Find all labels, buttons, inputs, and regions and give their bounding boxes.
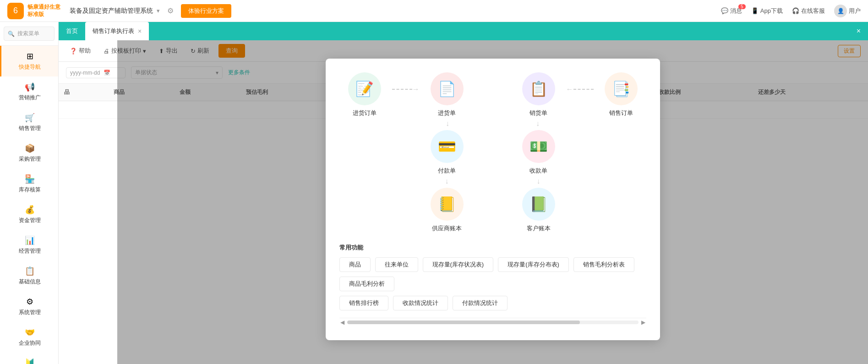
print-icon: 🖨 [104,48,109,54]
func-buttons-row-2: 销售排行榜 收款情况统计 付款情况统计 [339,296,646,310]
func-btn-counterpart[interactable]: 往来单位 [375,257,418,272]
message-button[interactable]: 💬 消息 5 [721,7,742,15]
flow-row-1: 📝 进货订单 → [337,72,649,117]
basic-info-icon: 📋 [25,266,35,276]
supplier-ledger-icon: 📒 [431,188,464,221]
sidebar-item-purchase[interactable]: 📦 采购管理 [0,138,58,168]
user-button[interactable]: 👤 用户 [834,5,861,17]
sidebar-item-operation[interactable]: 📊 经营管理 [0,230,58,261]
modal-overlay[interactable]: 📝 进货订单 → [117,40,868,364]
func-btn-sales-rank[interactable]: 销售排行榜 [339,296,388,310]
scroll-left-icon[interactable]: ◀ [339,318,345,326]
flow-node-supplier-ledger[interactable]: 📒 供应商账本 [420,188,475,233]
scroll-thumb [347,321,580,324]
tabs-bar: 首页 销售订单执行表 × × [59,22,868,40]
sidebar-item-sales[interactable]: 🛒 销售管理 [0,107,58,138]
purchase-bill-icon: 📄 [431,72,464,105]
sidebar-search-button[interactable]: 🔍 搜索菜单 [4,27,55,41]
purchase-order-icon: 📝 [348,72,381,105]
avatar: 👤 [834,5,847,17]
help-button[interactable]: ❓ 帮助 [66,45,94,57]
col-item: 品 [59,84,108,101]
inventory-icon: 🏪 [25,174,35,184]
flow-diagram: 📝 进货订单 → [339,72,646,233]
flow-node-sales-bill[interactable]: 📋 销货单 [511,72,566,117]
payment-icon: 💳 [431,130,464,163]
modal-box: 📝 进货订单 → [326,59,660,340]
quick-nav-icon: ⊞ [27,51,33,61]
service-button[interactable]: 🎧 在线客服 [792,7,825,15]
sidebar-item-finance[interactable]: 💰 资金管理 [0,199,58,230]
sidebar-search-area: 🔍 搜索菜单 [0,22,58,46]
sales-bill-icon: 📋 [522,72,555,105]
message-icon: 💬 [721,7,728,14]
common-functions-title: 常用功能 [339,244,646,252]
arrow-purchase-order-to-bill: → [392,85,420,93]
tab-sales-order[interactable]: 销售订单执行表 × [85,22,149,40]
down-arrow-purchase: ↓ [420,117,475,130]
customer-ledger-icon: 📗 [522,188,555,221]
system-icon: ⚙ [26,297,33,307]
flow-node-purchase-bill[interactable]: 📄 进货单 [420,72,475,117]
flow-node-receipt[interactable]: 💵 收款单 [511,130,566,175]
func-btn-receipt-stats[interactable]: 收款情况统计 [393,296,448,310]
headset-icon: 🎧 [792,7,799,14]
receipt-icon: 💵 [522,130,555,163]
logo-text: 畅康通好生意 标准版 [27,4,60,18]
tab-home[interactable]: 首页 [59,22,85,40]
sidebar-item-collab[interactable]: 🤝 企业协同 [0,322,58,353]
flow-row-3: 📒 供应商账本 📗 客户账本 [337,188,649,233]
calendar-icon: 📅 [104,70,110,76]
scroll-right-icon[interactable]: ▶ [640,318,646,326]
guide-icon: 🔰 [25,358,35,364]
down-arrow-payment: ↓ [420,175,475,188]
system-title: 装备及固定资产辅助管理系统 [70,7,153,15]
dropdown-arrow-icon[interactable]: ▾ [157,7,160,14]
sidebar-item-system[interactable]: ⚙ 系统管理 [0,291,58,322]
purchase-icon: 📦 [25,143,35,153]
finance-icon: 💰 [25,205,35,215]
logo-icon: 6 [7,3,24,19]
down-arrow-receipt: ↓ [511,175,566,188]
gear-icon[interactable]: ⚙ [167,6,174,15]
modal-scrollbar: ◀ ▶ [339,318,646,326]
flow-node-payment[interactable]: 💳 付款单 [420,130,475,175]
top-bar: 6 畅康通好生意 标准版 装备及固定资产辅助管理系统 ▾ ⚙ 体验行业方案 💬 … [0,0,868,22]
tab-close-icon[interactable]: × [138,27,142,35]
sales-order-icon: 📑 [605,72,638,105]
sidebar-item-marketing[interactable]: 📢 营销推广 [0,76,58,107]
sidebar: 🔍 搜索菜单 ⊞ 快捷导航 📢 营销推广 🛒 销售管理 📦 [0,22,59,364]
flow-node-customer-ledger[interactable]: 📗 客户账本 [511,188,566,233]
scroll-track[interactable] [347,321,639,324]
sidebar-item-quick-nav[interactable]: ⊞ 快捷导航 [0,46,58,76]
flow-arrows-row-2: ↓ ↓ [337,175,649,188]
sidebar-item-basic-info[interactable]: 📋 基础信息 [0,261,58,291]
search-icon: 🔍 [8,31,15,37]
flow-arrows-row: ↓ ↓ [339,117,646,130]
flow-node-sales-order[interactable]: 📑 销售订单 [594,72,649,117]
marketing-icon: 📢 [25,82,35,92]
date-input[interactable]: yyyy-mm-dd 📅 [66,67,126,78]
operation-icon: 📊 [25,235,35,245]
trial-button[interactable]: 体验行业方案 [181,4,231,18]
collab-icon: 🤝 [25,327,35,337]
func-btn-inventory-status[interactable]: 现存量(库存状况表) [423,257,494,272]
common-functions: 常用功能 商品 往来单位 现存量(库存状况表) 现存量(库存分布表) 销售毛利分… [339,244,646,310]
phone-icon: 📱 [751,7,759,14]
sidebar-item-inventory[interactable]: 🏪 库存核算 [0,168,58,199]
content-area: 首页 销售订单执行表 × × ❓ 帮助 🖨 按模板打印 ▾ [59,22,868,364]
sales-icon: 🛒 [25,113,35,123]
app-download-button[interactable]: 📱 App下载 [751,7,783,15]
func-btn-sales-profit[interactable]: 销售毛利分析表 [573,257,634,272]
func-btn-product[interactable]: 商品 [339,257,371,272]
sidebar-item-guide[interactable]: 🔰 新手引导 [0,353,58,364]
help-icon: ❓ [70,48,77,54]
down-arrow-sales: ↓ [511,117,565,130]
func-btn-payment-stats[interactable]: 付款情况统计 [453,296,508,310]
func-btn-inventory-dist[interactable]: 现存量(库存分布表) [498,257,569,272]
func-btn-product-profit[interactable]: 商品毛利分析 [339,277,394,291]
flow-node-purchase-order[interactable]: 📝 进货订单 [337,72,392,117]
sidebar-nav: ⊞ 快捷导航 📢 营销推广 🛒 销售管理 📦 采购管理 🏪 库存核算 [0,46,58,364]
tabs-close-all-button[interactable]: × [857,27,861,35]
func-buttons-row-1: 商品 往来单位 现存量(库存状况表) 现存量(库存分布表) 销售毛利分析表 商品… [339,257,646,291]
